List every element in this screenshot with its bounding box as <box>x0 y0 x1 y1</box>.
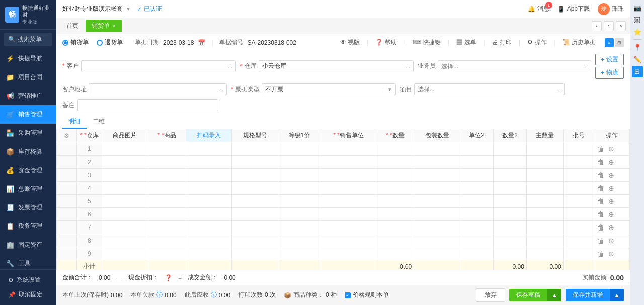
setup-button[interactable]: + 设置 <box>595 54 624 65</box>
row-spec-9[interactable] <box>232 247 278 260</box>
save-draft-button[interactable]: 保存草稿 <box>509 289 547 301</box>
row-qty2-1[interactable] <box>494 142 527 156</box>
warehouse-input-wrap[interactable]: 小云仓库 ... <box>259 60 414 72</box>
tab-close-icon[interactable]: × <box>113 23 116 29</box>
row-scan-2[interactable] <box>186 156 232 169</box>
row-batch-7[interactable] <box>564 221 594 234</box>
row-price-1[interactable] <box>278 142 320 156</box>
row-main-qty-1[interactable] <box>526 142 564 156</box>
toolbar-print-btn[interactable]: 🖨 打印 <box>489 37 515 48</box>
list-view-btn[interactable]: ≡ <box>605 38 614 47</box>
row-unit2-7[interactable] <box>460 221 494 234</box>
gear-col-header[interactable]: ⚙ <box>57 129 77 142</box>
row-qty-7[interactable] <box>376 221 414 234</box>
row-copy-btn-2[interactable]: ⊕ <box>607 158 615 166</box>
row-price-2[interactable] <box>278 156 320 169</box>
row-delete-btn-9[interactable]: 🗑 <box>596 250 605 258</box>
row-scan-8[interactable] <box>186 234 232 247</box>
row-spec-3[interactable] <box>232 169 278 182</box>
row-spec-8[interactable] <box>232 234 278 247</box>
row-unit2-5[interactable] <box>460 195 494 208</box>
row-qty2-8[interactable] <box>494 234 527 247</box>
row-goods-4[interactable] <box>148 182 186 195</box>
row-qty-2[interactable] <box>376 156 414 169</box>
row-scan-5[interactable] <box>186 195 232 208</box>
abandon-button[interactable]: 放弃 <box>476 288 505 302</box>
row-copy-btn-6[interactable]: ⊕ <box>607 210 615 218</box>
row-pack-qty-9[interactable] <box>414 247 460 260</box>
right-panel-btn-2[interactable]: 🖼 <box>632 14 643 25</box>
row-copy-btn-7[interactable]: ⊕ <box>607 223 615 232</box>
toolbar-view-btn[interactable]: 👁 视版 <box>337 37 363 48</box>
discount-help-icon[interactable]: ❓ <box>165 274 172 281</box>
row-unit2-9[interactable] <box>460 247 494 260</box>
row-unit2-2[interactable] <box>460 156 494 169</box>
row-qty-8[interactable] <box>376 234 414 247</box>
sidebar-item-system[interactable]: ⚙ 系统设置 <box>4 273 52 287</box>
row-batch-2[interactable] <box>564 156 594 169</box>
row-unit-5[interactable] <box>320 195 376 208</box>
price-check-item[interactable]: ✓ 价格规则本单 <box>345 291 389 299</box>
row-unit2-4[interactable] <box>460 182 494 195</box>
row-price-8[interactable] <box>278 234 320 247</box>
row-goods-6[interactable] <box>148 208 186 221</box>
staff-more-btn[interactable]: ... <box>580 63 591 69</box>
row-batch-9[interactable] <box>564 247 594 260</box>
row-copy-btn-5[interactable]: ⊕ <box>607 197 615 205</box>
sidebar-item-account[interactable]: 📊 总账管理 <box>0 180 56 198</box>
remark-input[interactable] <box>77 99 218 111</box>
row-pack-qty-1[interactable] <box>414 142 460 156</box>
row-main-qty-9[interactable] <box>526 247 564 260</box>
row-scan-1[interactable] <box>186 142 232 156</box>
app-download-button[interactable]: 📱 App下载 <box>557 5 590 13</box>
type-sale-radio[interactable]: 销货单 <box>62 38 89 47</box>
right-panel-btn-6[interactable]: ⊞ <box>632 66 643 77</box>
sidebar-item-tools[interactable]: 🔧 工具 <box>0 254 56 269</box>
sidebar-item-invoice[interactable]: 🧾 发票管理 <box>0 198 56 217</box>
save-draft-dropdown-btn[interactable]: ▲ <box>547 289 561 301</box>
row-unit2-1[interactable] <box>460 142 494 156</box>
toolbar-shortcut-btn[interactable]: ⌨ 快捷键 <box>410 37 444 48</box>
project-input[interactable] <box>415 86 553 93</box>
row-pack-qty-4[interactable] <box>414 182 460 195</box>
row-main-qty-3[interactable] <box>526 169 564 182</box>
row-unit2-8[interactable] <box>460 234 494 247</box>
row-main-qty-8[interactable] <box>526 234 564 247</box>
customer-more-btn[interactable]: ... <box>225 63 235 69</box>
collect-help-icon[interactable]: ⓘ <box>211 291 217 299</box>
row-price-4[interactable] <box>278 182 320 195</box>
row-qty-4[interactable] <box>376 182 414 195</box>
row-batch-8[interactable] <box>564 234 594 247</box>
sidebar-item-sales[interactable]: 🛒 销售管理 <box>0 105 56 124</box>
address-input-wrap[interactable]: ... <box>89 83 227 95</box>
row-qty-6[interactable] <box>376 208 414 221</box>
right-panel-btn-5[interactable]: ✏️ <box>632 54 643 65</box>
row-batch-5[interactable] <box>564 195 594 208</box>
row-unit-3[interactable] <box>320 169 376 182</box>
row-spec-6[interactable] <box>232 208 278 221</box>
address-more-btn[interactable]: ... <box>216 86 226 92</box>
row-pack-qty-5[interactable] <box>414 195 460 208</box>
user-menu[interactable]: 珠 珠珠 <box>598 3 624 15</box>
row-delete-btn-1[interactable]: 🗑 <box>596 145 605 153</box>
row-main-qty-7[interactable] <box>526 221 564 234</box>
row-scan-3[interactable] <box>186 169 232 182</box>
invoice-select-wrap[interactable]: 不开票 ▼ <box>262 83 396 95</box>
row-unit-8[interactable] <box>320 234 376 247</box>
staff-input[interactable] <box>438 63 580 70</box>
row-delete-btn-2[interactable]: 🗑 <box>596 158 605 166</box>
row-spec-7[interactable] <box>232 221 278 234</box>
row-qty2-6[interactable] <box>494 208 527 221</box>
row-pack-qty-8[interactable] <box>414 234 460 247</box>
row-price-9[interactable] <box>278 247 320 260</box>
row-copy-btn-4[interactable]: ⊕ <box>607 184 615 192</box>
row-batch-1[interactable] <box>564 142 594 156</box>
row-main-qty-4[interactable] <box>526 182 564 195</box>
save-new-dropdown-btn[interactable]: ▲ <box>610 289 624 301</box>
row-unit-4[interactable] <box>320 182 376 195</box>
row-copy-btn-3[interactable]: ⊕ <box>607 171 615 179</box>
tab-next-button[interactable]: › <box>604 21 614 31</box>
tab-prev-button[interactable]: ‹ <box>592 21 602 31</box>
warehouse-more-btn[interactable]: ... <box>403 63 413 69</box>
row-copy-btn-9[interactable]: ⊕ <box>607 250 615 258</box>
